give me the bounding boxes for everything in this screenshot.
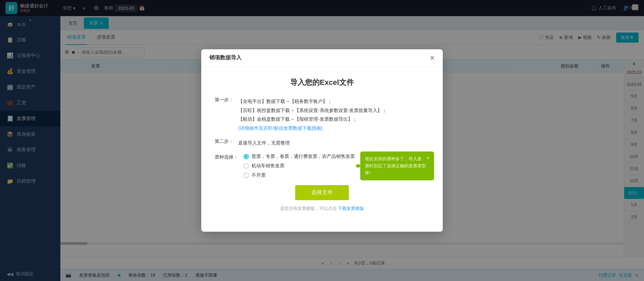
modal-title: 销项数据导入 [209,54,241,61]
modal-body: 导入您的Excel文件 第一步： 【全电平台】数据下载→【税务数字账户】； 【百… [201,67,443,218]
footer-text: 若您没有发票模版，可以点击 [280,206,337,211]
modal-header: 销项数据导入 ✕ [201,49,443,67]
ticket-label-2: 机动车销售发票 [252,163,284,169]
modal-footer: 若您没有发票模版，可以点击 下载发票模版 [215,206,429,212]
ticket-select-label: 票种选择： [215,154,238,160]
ticket-label-1: 普票，专票，卷票，通行费发票，农产品销售发票 [252,154,355,160]
import-modal: 销项数据导入 ✕ 导入您的Excel文件 第一步： 【全电平台】数据下载→【税务… [201,49,443,232]
step1-line3: 【航信】金税盘数据下载→【报税管理-发票数据导出】； [238,115,387,124]
radio-1[interactable] [244,154,249,159]
step1-row: 第一步： 【全电平台】数据下载→【税务数字账户】； 【百旺】税控盘数据下载→【系… [215,97,429,132]
step1-content: 【全电平台】数据下载→【税务数字账户】； 【百旺】税控盘数据下载→【系统设置-系… [238,97,387,132]
tooltip-bubble: × 现在支持的票种多了，导入发票时别忘了选择正确的发票类型呀! [360,152,434,180]
modal-overlay: 销项数据导入 ✕ 导入您的Excel文件 第一步： 【全电平台】数据下载→【税务… [0,0,644,281]
step1-label: 第一步： [215,97,238,103]
tooltip-text: 现在支持的票种多了，导入发票时别忘了选择正确的发票类型呀! [365,156,426,175]
ticket-label-3: 不开票 [252,172,266,178]
step2-label: 第二步： [215,138,238,145]
download-template-link[interactable]: 下载发票模版 [338,206,364,211]
radio-3[interactable] [244,173,249,178]
ticket-options: 普票，专票，卷票，通行费发票，农产品销售发票 机动车销售发票 × 现在支持的票种… [244,154,355,178]
ticket-option-1[interactable]: 普票，专票，卷票，通行费发票，农产品销售发票 [244,154,355,160]
radio-2[interactable] [244,163,249,169]
step1-line2: 【百旺】税控盘数据下载→【系统设置-系统参数设置-发票批量导入】； [238,106,387,115]
modal-main-title: 导入您的Excel文件 [215,77,429,88]
tooltip-arrow [356,164,358,168]
ticket-select-row: 票种选择： 普票，专票，卷票，通行费发票，农产品销售发票 机动车销售发票 [215,154,429,178]
step2-row: 第二步： 直接导入文件，无需整理 [215,138,429,148]
tooltip-close-button[interactable]: × [427,156,429,160]
ticket-option-3[interactable]: 不开票 [244,172,355,178]
download-guide-link[interactable]: (详细操作见百旺/航信发票数据下载指南) [238,125,322,131]
modal-close-button[interactable]: ✕ [430,54,435,62]
step2-content: 直接导入文件，无需整理 [238,138,290,148]
step1-line1: 【全电平台】数据下载→【税务数字账户】； [238,97,387,106]
select-file-button[interactable]: 选择文件 [295,185,349,200]
radio-dot-1 [245,155,248,158]
ticket-option-2[interactable]: 机动车销售发票 × 现在支持的票种多了，导入发票时别忘了选择正确的发票类型呀! [244,163,355,169]
